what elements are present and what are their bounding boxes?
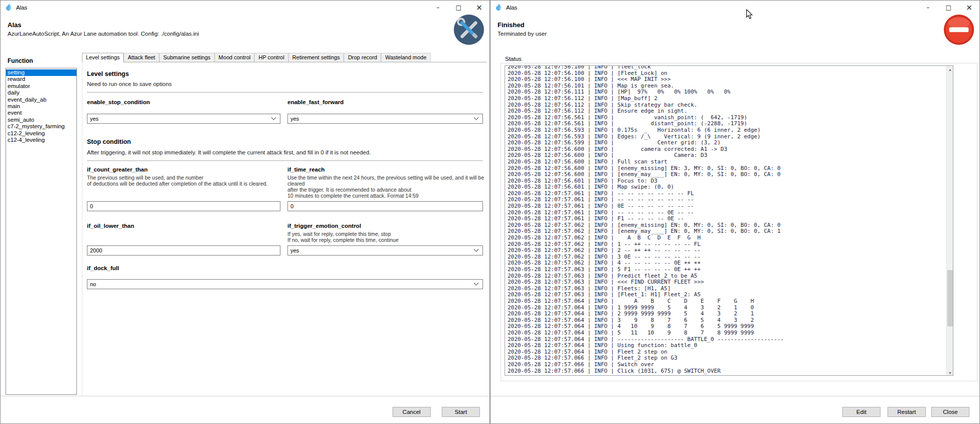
section-title: Stop condition [87, 138, 131, 145]
if-dock-full-select[interactable]: no [87, 279, 483, 289]
scroll-down-icon[interactable]: ▼ [947, 369, 953, 376]
function-item[interactable]: daily [6, 90, 76, 96]
settings-tools-icon [453, 14, 484, 45]
close-icon[interactable]: × [959, 1, 979, 14]
function-item[interactable]: c12-4_leveling [6, 137, 76, 143]
close-button[interactable]: Close [931, 407, 969, 417]
caption-buttons: – □ × [918, 1, 979, 14]
function-item[interactable]: event_daily_ab [6, 97, 76, 103]
footer-divider [1, 396, 489, 396]
tab[interactable]: Attack fleet [124, 53, 159, 62]
input-value: 2000 [90, 247, 102, 253]
if-oil-lower-than-input[interactable]: 2000 [87, 245, 280, 256]
maximize-icon[interactable]: □ [448, 1, 469, 14]
tab[interactable]: Wasteland mode [381, 53, 430, 62]
app-title: Alas [8, 21, 21, 29]
log-lines: 2020-05-28 12:07:56.100 | INFO | fleet_l… [508, 65, 784, 374]
if-time-reach-input[interactable]: 0 [287, 201, 483, 211]
alas-logo-icon [5, 4, 13, 11]
tab-page-border [82, 62, 82, 396]
minimize-icon[interactable]: – [918, 1, 938, 14]
enable-stop-condition-select[interactable]: yes [87, 114, 280, 124]
function-item[interactable]: c7-2_mystery_farming [6, 123, 76, 130]
field-help: The previous setting will be used, and t… [87, 175, 286, 187]
field-label-if-time-reach: if_time_reach [287, 166, 325, 173]
chevron-down-icon [474, 115, 479, 120]
minimize-icon[interactable]: – [428, 1, 448, 14]
function-item[interactable]: c12-2_leveling [6, 130, 76, 137]
field-help: If yes, wait for reply, complete this ti… [287, 231, 484, 243]
input-value: 0 [290, 203, 293, 209]
stopped-no-entry-icon [943, 14, 974, 45]
divider [87, 160, 483, 161]
field-help: Use the time within the next 24 hours, t… [287, 175, 484, 199]
titlebar: Alas – □ × [1, 1, 489, 14]
function-item[interactable]: emulator [6, 83, 76, 90]
select-value: no [90, 281, 96, 287]
tab[interactable]: HP control [254, 53, 288, 62]
chevron-down-icon [474, 280, 479, 285]
log-window: Alas – □ × Finished Terminated by user S… [490, 0, 980, 424]
if-count-greater-than-input[interactable]: 0 [87, 201, 280, 211]
status-title: Finished [498, 21, 524, 29]
tab[interactable]: Drop record [344, 53, 381, 62]
status-group-label: Status [504, 56, 523, 62]
field-label-if-trigger-emotion-control: if_trigger_emotion_control [287, 223, 361, 229]
tab[interactable]: Retirement settings [288, 53, 344, 62]
if-trigger-emotion-control-select[interactable]: yes [287, 245, 483, 256]
function-list: settingrewardemulatordailyevent_daily_ab… [6, 68, 77, 395]
log-scrollbar[interactable]: ▲ ▼ [946, 66, 953, 376]
restart-button[interactable]: Restart [888, 407, 926, 417]
edit-button[interactable]: Edit [842, 407, 880, 417]
tab[interactable]: Mood control [215, 53, 255, 62]
settings-tabs: Level settingsAttack fleetSubmarine sett… [82, 53, 487, 62]
function-item[interactable]: event [6, 110, 76, 116]
titlebar: Alas – □ × [491, 1, 979, 14]
maximize-icon[interactable]: □ [938, 1, 959, 14]
window-title: Alas [16, 5, 27, 11]
tab[interactable]: Level settings [82, 53, 124, 62]
log-output[interactable]: 2020-05-28 12:07:56.100 | INFO | fleet_l… [505, 65, 953, 376]
tab[interactable]: Submarine settings [159, 53, 215, 62]
function-item[interactable]: setting [6, 69, 76, 76]
function-item[interactable]: semi_auto [6, 117, 76, 123]
select-value: yes [290, 247, 299, 253]
app-subtitle: AzurLaneAutoScript, An Azur Lane automat… [8, 31, 199, 37]
function-item[interactable]: main [6, 103, 76, 110]
scroll-up-icon[interactable]: ▲ [947, 66, 953, 73]
field-label-enable-fast-forward: enable_fast_forward [287, 99, 344, 105]
function-item[interactable]: reward [6, 76, 76, 82]
chevron-down-icon [474, 246, 479, 251]
enable-fast-forward-select[interactable]: yes [287, 114, 483, 124]
input-value: 0 [90, 203, 93, 209]
field-label-if-oil-lower-than: if_oil_lower_than [87, 223, 134, 229]
field-label-enable-stop-condition: enable_stop_condition [87, 99, 150, 105]
section-title: Level settings [87, 70, 129, 77]
function-list-label: Function [8, 57, 33, 64]
mouse-cursor [746, 9, 753, 20]
section-desc: After triggering, it will not stop immed… [87, 149, 371, 155]
window-title: Alas [506, 5, 517, 11]
config-window: Alas – □ × Alas AzurLaneAutoScript, An A… [0, 0, 490, 424]
select-value: yes [90, 116, 99, 122]
footer-divider [491, 396, 979, 396]
scrollbar-thumb[interactable] [947, 270, 953, 326]
status-subtitle: Terminated by user [498, 31, 547, 37]
close-icon[interactable]: × [469, 1, 489, 14]
start-button[interactable]: Start [442, 407, 480, 417]
cancel-button[interactable]: Cancel [393, 407, 431, 417]
field-label-if-dock-full: if_dock_full [87, 265, 119, 271]
caption-buttons: – □ × [428, 1, 489, 14]
alas-logo-icon [495, 4, 503, 11]
section-desc: Need to run once to save options [87, 81, 172, 87]
chevron-down-icon [271, 115, 276, 120]
select-value: yes [290, 116, 299, 122]
divider [87, 92, 483, 93]
field-label-if-count-greater-than: if_count_greater_than [87, 166, 148, 173]
